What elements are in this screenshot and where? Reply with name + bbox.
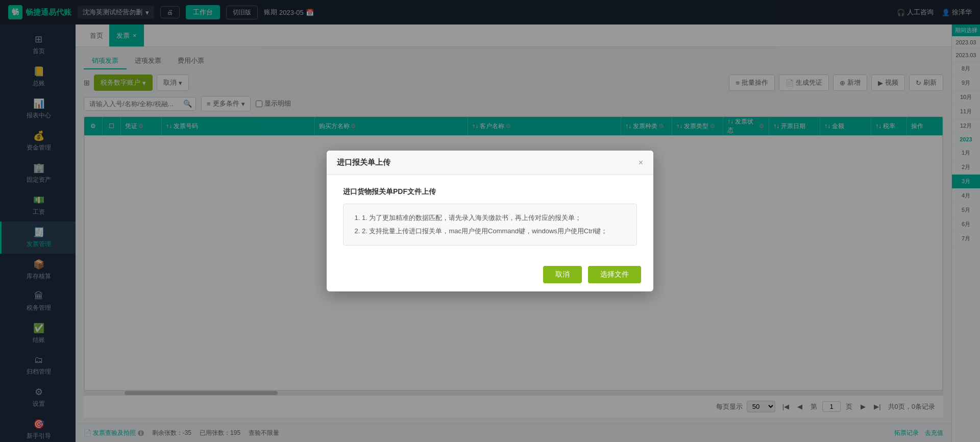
- modal-title: 进口报关单上传: [337, 158, 390, 167]
- modal-info-1: 1. 为了更加精准的数据匹配，请先录入海关缴款书，再上传对应的报关单；: [362, 211, 627, 225]
- import-customs-modal: 进口报关单上传 × 进口货物报关单PDF文件上传 1. 为了更加精准的数据匹配，…: [327, 151, 653, 291]
- modal-header: 进口报关单上传 ×: [327, 151, 653, 175]
- modal-select-file-btn[interactable]: 选择文件: [588, 266, 641, 283]
- modal-footer: 取消 选择文件: [327, 258, 653, 291]
- modal-section-title: 进口货物报关单PDF文件上传: [343, 187, 637, 197]
- modal-info-box: 1. 为了更加精准的数据匹配，请先录入海关缴款书，再上传对应的报关单； 2. 支…: [343, 204, 637, 245]
- modal-close-btn[interactable]: ×: [639, 158, 643, 167]
- modal-body: 进口货物报关单PDF文件上传 1. 为了更加精准的数据匹配，请先录入海关缴款书，…: [327, 175, 653, 258]
- modal-info-2: 2. 支持批量上传进口报关单，mac用户使用Command键，windows用户…: [362, 225, 627, 238]
- modal-cancel-btn[interactable]: 取消: [543, 266, 582, 283]
- modal-overlay: 进口报关单上传 × 进口货物报关单PDF文件上传 1. 为了更加精准的数据匹配，…: [0, 0, 980, 442]
